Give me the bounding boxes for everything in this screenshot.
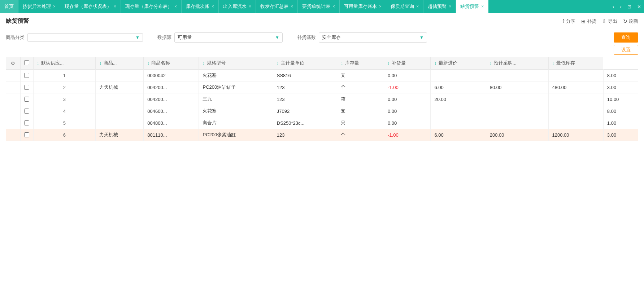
- sort-unit-icon: ↕: [277, 61, 279, 65]
- row-unit-cell: 箱: [337, 93, 384, 105]
- nav-tab-3[interactable]: 现存量（库存分布表） ×: [121, 0, 182, 13]
- close-tab-2[interactable]: ×: [114, 4, 116, 9]
- row-latest-price-cell: [486, 105, 548, 117]
- nav-restore-btn[interactable]: ⊡: [625, 0, 634, 13]
- close-tab-6[interactable]: ×: [291, 4, 293, 9]
- replenish-icon: ⊞: [581, 18, 586, 24]
- nav-tab-5[interactable]: 出入库流水 ×: [219, 0, 256, 13]
- th-goods-name-label: 商品名称: [151, 60, 170, 66]
- row-min-stock-cell: 8.00: [603, 70, 638, 81]
- row-supplier-cell: [96, 117, 144, 129]
- nav-prev-arrow[interactable]: ‹: [610, 0, 617, 13]
- restock-select-value: 安全库存: [322, 34, 417, 41]
- row-min-stock-cell: 8.00: [603, 105, 638, 117]
- close-tab-11[interactable]: ×: [481, 4, 484, 9]
- close-tab-3[interactable]: ×: [174, 4, 177, 9]
- row-settings-cell: [6, 117, 20, 129]
- row-est-purchase-cell: [548, 117, 603, 129]
- close-tab-4[interactable]: ×: [212, 4, 214, 9]
- row-checkbox-5[interactable]: [24, 132, 29, 137]
- filter-group-datasource: 数据源 可用量 ▼: [157, 32, 283, 43]
- th-stock[interactable]: ↕ 库存量: [337, 57, 384, 70]
- nav-tab-8[interactable]: 可用量库存账本 ×: [340, 0, 386, 13]
- row-unit-cell: 支: [337, 105, 384, 117]
- restock-select[interactable]: 安全库存 ▼: [319, 32, 427, 43]
- nav-tab-4[interactable]: 库存批次账 ×: [182, 0, 219, 13]
- nav-tab-home[interactable]: 首页: [0, 0, 18, 13]
- row-checkbox-2[interactable]: [24, 97, 29, 102]
- close-tab-1[interactable]: ×: [53, 4, 56, 9]
- share-button[interactable]: ⤴ 分享: [562, 18, 575, 25]
- close-tab-9[interactable]: ×: [416, 4, 419, 9]
- query-button[interactable]: 查询: [614, 32, 638, 43]
- row-restock-qty-cell: [431, 105, 486, 117]
- refresh-button[interactable]: ↻ 刷新: [623, 18, 638, 25]
- th-goods-name[interactable]: ↕ 商品名称: [144, 57, 199, 70]
- nav-tab-1[interactable]: 拣货异常处理 ×: [18, 0, 60, 13]
- close-tab-5[interactable]: ×: [249, 4, 251, 9]
- row-checkbox-4[interactable]: [24, 120, 29, 125]
- th-goods-code[interactable]: ↕ 商品...: [96, 57, 144, 70]
- row-check-cell: [20, 93, 33, 105]
- row-restock-qty-cell: [431, 117, 486, 129]
- row-goods-code-cell: 801110...: [144, 129, 199, 141]
- nav-tab-8-label: 可用量库存账本: [344, 3, 377, 10]
- close-tab-8[interactable]: ×: [379, 4, 382, 9]
- nav-tab-2[interactable]: 现存量（库存状况表） ×: [60, 0, 121, 13]
- category-select[interactable]: ▼: [27, 33, 143, 42]
- th-restock-qty[interactable]: ↕ 补货量: [384, 57, 431, 70]
- nav-close-btn[interactable]: ✕: [634, 0, 644, 13]
- th-spec[interactable]: ↕ 规格型号: [199, 57, 273, 70]
- replenish-button[interactable]: ⊞ 补货: [581, 18, 596, 25]
- datasource-select[interactable]: 可用量 ▼: [174, 32, 283, 43]
- th-supplier[interactable]: ↕ 默认供应...: [33, 57, 96, 70]
- row-latest-price-cell: [486, 117, 548, 129]
- row-est-purchase-cell: 1200.00: [548, 129, 603, 141]
- row-spec-cell: 123: [273, 81, 337, 93]
- close-tab-7[interactable]: ×: [332, 4, 335, 9]
- page-title: 缺货预警: [6, 17, 29, 25]
- th-spec-label: 规格型号: [207, 60, 226, 66]
- th-latest-price[interactable]: ↕ 最新进价: [431, 57, 486, 70]
- row-num-cell: 5: [33, 117, 96, 129]
- nav-tab-10[interactable]: 超储预警 ×: [423, 0, 456, 13]
- table-body: 1 0000042 火花塞 SS816 支 0.00 8.00 2 力天机械 0…: [6, 70, 638, 141]
- row-checkbox-3[interactable]: [24, 109, 29, 114]
- nav-next-arrow[interactable]: ›: [617, 0, 625, 13]
- row-goods-code-cell: 0000042: [144, 70, 199, 81]
- row-min-stock-cell: 1.00: [603, 117, 638, 129]
- row-latest-price-cell: [486, 93, 548, 105]
- row-stock-cell: 0.00: [384, 105, 431, 117]
- row-est-purchase-cell: 480.00: [548, 81, 603, 93]
- th-unit[interactable]: ↕ 主计量单位: [273, 57, 337, 70]
- category-label: 商品分类: [6, 34, 25, 41]
- th-min-stock[interactable]: ↕ 最低库存: [548, 57, 603, 70]
- nav-tab-6[interactable]: 收发存汇总表 ×: [256, 0, 298, 13]
- th-check: [20, 57, 33, 70]
- th-est-purchase[interactable]: ↕ 预计采购...: [486, 57, 548, 70]
- restock-dropdown-icon: ▼: [419, 35, 424, 40]
- datasource-select-value: 可用量: [178, 34, 272, 41]
- row-latest-price-cell: 200.00: [486, 129, 548, 141]
- settings-button[interactable]: 设置: [614, 45, 638, 55]
- row-checkbox-1[interactable]: [24, 85, 29, 90]
- row-goods-name-cell: 火花塞: [199, 70, 273, 81]
- nav-tab-11[interactable]: 缺货预警 ×: [456, 0, 488, 13]
- sort-restock-icon: ↕: [388, 61, 390, 65]
- nav-tab-7[interactable]: 要货单统计表 ×: [298, 0, 340, 13]
- row-restock-qty-cell: 6.00: [431, 129, 486, 141]
- table-row: 5 004800... 离合片 DS250*23c... 只 0.00 1.00: [6, 117, 638, 129]
- nav-tab-9[interactable]: 保质期查询 ×: [386, 0, 423, 13]
- row-check-cell: [20, 70, 33, 81]
- row-checkbox-0[interactable]: [24, 73, 29, 78]
- export-button[interactable]: ⇩ 导出: [602, 18, 617, 25]
- check-all-checkbox[interactable]: [24, 60, 29, 65]
- close-tab-10[interactable]: ×: [449, 4, 451, 9]
- th-settings[interactable]: ⚙: [6, 57, 20, 70]
- page-container: 缺货预警 ⤴ 分享 ⊞ 补货 ⇩ 导出 ↻ 刷新 商品分类: [0, 13, 644, 287]
- table-container: ⚙ ↕ 默认供应... ↕ 商品... ↕ 商品名称: [0, 57, 644, 141]
- row-spec-cell: SS816: [273, 70, 337, 81]
- replenish-label: 补货: [587, 18, 596, 25]
- row-spec-cell: 123: [273, 93, 337, 105]
- export-icon: ⇩: [602, 18, 606, 24]
